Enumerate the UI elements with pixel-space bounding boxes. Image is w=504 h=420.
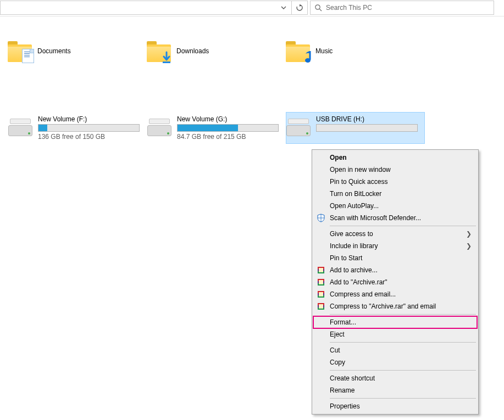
rar-icon [317,266,325,275]
drive-g[interactable]: New Volume (G:) 84.7 GB free of 215 GB [147,112,286,144]
folder-documents[interactable]: Documents [8,35,147,67]
folder-label: Downloads [176,47,209,55]
ctx-separator [330,226,476,226]
ctx-label: Turn on BitLocker [330,190,381,198]
search-placeholder: Search This PC [326,4,372,12]
drive-free-text: 84.7 GB free of 215 GB [177,133,283,141]
svg-rect-15 [319,292,323,296]
drive-free-text: 136 GB free of 150 GB [38,133,144,141]
ctx-separator [330,370,476,371]
ctx-add-archive[interactable]: Add to archive... [313,264,477,276]
svg-point-0 [315,5,320,9]
ctx-label: Add to archive... [330,266,378,274]
context-menu: Open Open in new window Pin to Quick acc… [312,149,479,415]
ctx-label: Scan with Microsoft Defender... [330,214,421,222]
ctx-label: Pin to Quick access [330,178,387,186]
ctx-label: Create shortcut [330,374,375,382]
folder-label: Documents [37,47,71,55]
ctx-label: Format... [330,318,356,326]
ctx-autoplay[interactable]: Open AutoPlay... [313,200,477,212]
ctx-open-new-window[interactable]: Open in new window [313,164,477,176]
defender-icon [317,214,325,222]
drive-icon [8,117,32,136]
ctx-separator [330,398,476,399]
folder-downloads[interactable]: Downloads [147,35,286,67]
ctx-create-shortcut[interactable]: Create shortcut [313,372,477,384]
drive-icon [147,117,171,136]
folders-row: Documents Downloads Music [8,35,504,67]
ctx-add-archive-rar[interactable]: Add to "Archive.rar" [313,276,477,288]
ctx-label: Open [330,154,347,161]
ctx-rename[interactable]: Rename [313,384,477,396]
folder-label: Music [315,47,333,55]
svg-rect-2 [163,61,170,63]
capacity-bar [177,124,279,132]
svg-line-1 [319,9,322,11]
address-bar[interactable] [0,1,308,15]
svg-rect-19 [319,304,323,309]
rar-icon [317,302,325,311]
ctx-include-library[interactable]: Include in library❯ [313,240,477,252]
drive-name: New Volume (F:) [38,115,144,123]
ctx-pin-quick-access[interactable]: Pin to Quick access [313,176,477,188]
search-icon [311,4,326,12]
ctx-give-access[interactable]: Give access to❯ [313,228,477,240]
refresh-icon[interactable] [291,1,307,14]
ctx-copy[interactable]: Copy [313,356,477,368]
toolbar: Search This PC [0,0,504,16]
ctx-format[interactable]: Format... [313,316,477,328]
documents-folder-icon [8,40,32,62]
rar-icon [317,278,325,287]
ctx-separator [330,342,476,343]
ctx-label: Include in library [330,242,378,250]
history-dropdown-icon[interactable] [276,1,291,14]
capacity-bar [38,124,140,132]
folder-music[interactable]: Music [286,35,425,67]
drive-name: New Volume (G:) [177,115,283,123]
ctx-cut[interactable]: Cut [313,344,477,356]
ctx-label: Pin to Start [330,254,362,262]
drives-row: New Volume (F:) 136 GB free of 150 GB Ne… [8,112,504,144]
svg-point-3 [305,58,311,63]
ctx-label: Eject [330,331,345,338]
svg-rect-7 [319,268,323,272]
ctx-label: Properties [330,402,360,410]
ctx-label: Give access to [330,230,373,238]
submenu-arrow-icon: ❯ [466,242,472,250]
ctx-label: Open in new window [330,166,391,173]
ctx-bitlocker[interactable]: Turn on BitLocker [313,188,477,200]
ctx-defender-scan[interactable]: Scan with Microsoft Defender... [313,212,477,224]
ctx-label: Rename [330,387,355,394]
ctx-label: Copy [330,359,345,366]
ctx-compress-rar-email[interactable]: Compress to "Archive.rar" and email [313,300,477,312]
capacity-bar [316,124,418,132]
ctx-open[interactable]: Open [313,152,477,164]
ctx-label: Compress to "Archive.rar" and email [330,303,436,310]
ctx-separator [330,314,476,315]
rar-icon [317,290,325,299]
music-folder-icon [286,40,310,62]
ctx-label: Add to "Archive.rar" [330,278,387,286]
ctx-eject[interactable]: Eject [313,328,477,340]
ctx-label: Compress and email... [330,290,396,298]
downloads-folder-icon [147,40,171,62]
svg-rect-11 [319,280,323,284]
drive-name: USB DRIVE (H:) [316,115,422,123]
content-area: Documents Downloads Music New Volume (F:… [0,16,504,144]
ctx-properties[interactable]: Properties [313,400,477,412]
ctx-pin-start[interactable]: Pin to Start [313,252,477,264]
ctx-label: Cut [330,346,340,354]
drive-f[interactable]: New Volume (F:) 136 GB free of 150 GB [8,112,147,144]
ctx-label: Open AutoPlay... [330,202,379,210]
ctx-compress-email[interactable]: Compress and email... [313,288,477,300]
drive-h[interactable]: USB DRIVE (H:) [286,112,425,144]
search-input[interactable]: Search This PC [310,1,494,15]
submenu-arrow-icon: ❯ [466,230,472,238]
drive-icon [286,117,311,136]
